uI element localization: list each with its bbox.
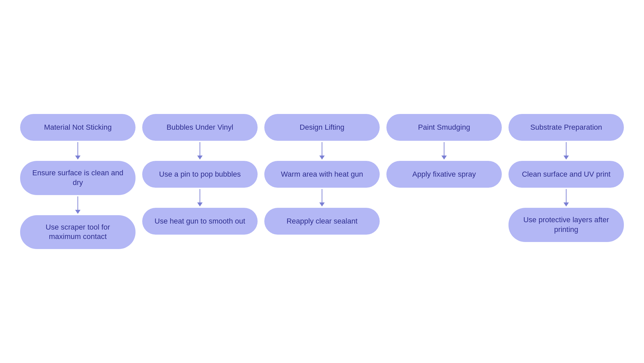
- arrow-line: [322, 142, 322, 156]
- arrow-head: [197, 156, 203, 160]
- arrow-line: [77, 142, 78, 156]
- arrow-col5-2: [564, 189, 569, 206]
- arrow-col4-1: [441, 142, 447, 160]
- arrow-head: [75, 210, 80, 214]
- node-col5-node2: Clean surface and UV print: [508, 161, 624, 188]
- node-col2-node1: Bubbles Under Vinyl: [142, 114, 258, 141]
- node-col3-node2: Warm area with heat gun: [264, 161, 380, 188]
- diagram-container: Material Not StickingEnsure surface is c…: [0, 0, 644, 363]
- arrow-line: [200, 189, 200, 202]
- arrow-head: [441, 156, 447, 160]
- node-col3-node3: Reapply clear sealant: [264, 208, 380, 235]
- node-col1-node1: Material Not Sticking: [20, 114, 136, 141]
- arrow-col3-1: [319, 142, 325, 160]
- arrow-col2-2: [197, 189, 203, 206]
- node-col4-node1: Paint Smudging: [386, 114, 502, 141]
- arrow-col2-1: [197, 142, 203, 160]
- node-col5-node3: Use protective layers after printing: [508, 208, 624, 242]
- node-col4-node2: Apply fixative spray: [386, 161, 502, 188]
- node-col1-node3: Use scraper tool for maximum contact: [20, 215, 136, 249]
- arrow-line: [444, 142, 444, 156]
- arrow-line: [77, 196, 78, 210]
- arrow-col1-1: [75, 142, 80, 160]
- flow-column-col5: Substrate PreparationClean surface and U…: [508, 114, 624, 242]
- arrow-col1-2: [75, 196, 80, 214]
- arrow-head: [564, 156, 569, 160]
- flow-column-col4: Paint SmudgingApply fixative spray: [386, 114, 502, 188]
- node-col2-node3: Use heat gun to smooth out: [142, 208, 258, 235]
- flow-column-col1: Material Not StickingEnsure surface is c…: [20, 114, 136, 249]
- arrow-col3-2: [319, 189, 325, 206]
- arrow-line: [200, 142, 200, 156]
- arrow-head: [75, 156, 80, 160]
- node-col1-node2: Ensure surface is clean and dry: [20, 161, 136, 195]
- arrow-head: [319, 202, 325, 206]
- arrow-line: [566, 189, 567, 202]
- arrow-line: [322, 189, 322, 202]
- arrow-head: [319, 156, 325, 160]
- node-col5-node1: Substrate Preparation: [508, 114, 624, 141]
- arrow-head: [197, 202, 203, 206]
- flow-column-col3: Design LiftingWarm area with heat gunRea…: [264, 114, 380, 235]
- flow-column-col2: Bubbles Under VinylUse a pin to pop bubb…: [142, 114, 258, 235]
- arrow-line: [566, 142, 567, 156]
- node-col3-node1: Design Lifting: [264, 114, 380, 141]
- columns-wrapper: Material Not StickingEnsure surface is c…: [20, 114, 624, 249]
- arrow-col5-1: [564, 142, 569, 160]
- arrow-head: [564, 202, 569, 206]
- node-col2-node2: Use a pin to pop bubbles: [142, 161, 258, 188]
